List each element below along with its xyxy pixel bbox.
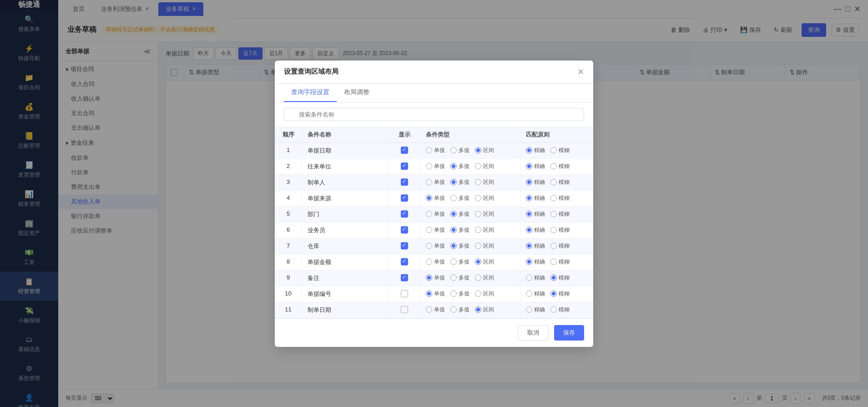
- radio-range-7[interactable]: 区间: [475, 258, 494, 266]
- radio-single-8[interactable]: 单值: [426, 274, 445, 282]
- radio-multi-circle-4: [450, 211, 457, 217]
- radio-single-5[interactable]: 单值: [426, 226, 445, 234]
- radio-exact-4[interactable]: 精确: [526, 210, 545, 218]
- radio-single-0[interactable]: 单值: [426, 147, 445, 154]
- radio-exact-7[interactable]: 精确: [526, 258, 545, 266]
- radio-single-7[interactable]: 单值: [426, 258, 445, 266]
- radio-fuzzy-9[interactable]: 模糊: [550, 290, 570, 298]
- table-row: 6业务员 单值 多值 区间 精确 模糊: [275, 223, 593, 239]
- radio-single-4[interactable]: 单值: [426, 210, 445, 218]
- radio-exact-8[interactable]: 精确: [526, 274, 545, 282]
- radio-range-circle-4: [475, 211, 481, 217]
- row-show-3: [389, 191, 420, 206]
- radio-range-2[interactable]: 区间: [475, 178, 494, 186]
- radio-exact-1[interactable]: 精确: [526, 163, 545, 170]
- cancel-button[interactable]: 取消: [518, 325, 549, 341]
- table-row: 7仓库 单值 多值 区间 精确 模糊: [275, 239, 593, 254]
- row-match-7: 精确 模糊: [520, 254, 593, 270]
- radio-multi-circle-7: [450, 259, 457, 265]
- dialog-tab-layout_adjust[interactable]: 布局调整: [337, 84, 377, 102]
- radio-exact-10[interactable]: 精确: [526, 306, 545, 314]
- radio-exact-6[interactable]: 精确: [526, 242, 545, 250]
- radio-range-1[interactable]: 区间: [475, 163, 494, 170]
- show-checkbox-1[interactable]: [401, 163, 408, 170]
- radio-single-9[interactable]: 单值: [426, 290, 445, 298]
- radio-multi-6[interactable]: 多值: [450, 242, 469, 250]
- radio-fuzzy-circle-4: [550, 211, 557, 217]
- show-checkbox-0[interactable]: [401, 147, 408, 154]
- radio-multi-7[interactable]: 多值: [450, 258, 469, 266]
- radio-single-2[interactable]: 单值: [426, 178, 445, 186]
- radio-fuzzy-10[interactable]: 模糊: [550, 306, 570, 314]
- radio-range-3[interactable]: 区间: [475, 194, 494, 202]
- radio-multi-1[interactable]: 多值: [450, 163, 469, 170]
- radio-fuzzy-6[interactable]: 模糊: [550, 242, 570, 250]
- radio-exact-0[interactable]: 精确: [526, 147, 545, 154]
- radio-exact-2[interactable]: 精确: [526, 178, 545, 186]
- show-checkbox-8[interactable]: [401, 274, 408, 281]
- radio-multi-circle-0: [450, 147, 457, 153]
- radio-exact-5[interactable]: 精确: [526, 226, 545, 234]
- radio-fuzzy-3[interactable]: 模糊: [550, 194, 570, 202]
- radio-range-4[interactable]: 区间: [475, 210, 494, 218]
- row-type-0: 单值 多值 区间: [420, 143, 520, 158]
- radio-range-8[interactable]: 区间: [475, 274, 494, 282]
- show-checkbox-2[interactable]: [401, 178, 408, 186]
- radio-multi-2[interactable]: 多值: [450, 178, 469, 186]
- dialog-close-icon[interactable]: ✕: [577, 67, 584, 77]
- radio-single-10[interactable]: 单值: [426, 306, 445, 314]
- row-seq-8: 9: [275, 270, 302, 286]
- radio-exact-circle-7: [526, 259, 532, 265]
- radio-range-5[interactable]: 区间: [475, 226, 494, 234]
- dialog-tab-field_settings[interactable]: 查询字段设置: [284, 84, 337, 102]
- dialog-search-input[interactable]: [284, 108, 584, 121]
- row-seq-3: 4: [275, 191, 302, 206]
- row-name-9: 单据编号: [302, 286, 389, 302]
- show-checkbox-4[interactable]: [401, 210, 408, 218]
- radio-multi-9[interactable]: 多值: [450, 290, 469, 298]
- radio-multi-0[interactable]: 多值: [450, 147, 469, 154]
- radio-fuzzy-circle-10: [550, 306, 557, 313]
- radio-multi-5[interactable]: 多值: [450, 226, 469, 234]
- radio-exact-3[interactable]: 精确: [526, 194, 545, 202]
- radio-fuzzy-4[interactable]: 模糊: [550, 210, 570, 218]
- show-checkbox-10[interactable]: [401, 306, 408, 313]
- radio-range-circle-0: [475, 147, 481, 153]
- radio-multi-10[interactable]: 多值: [450, 306, 469, 314]
- radio-fuzzy-0[interactable]: 模糊: [550, 147, 570, 154]
- radio-range-6[interactable]: 区间: [475, 242, 494, 250]
- radio-range-circle-1: [475, 163, 481, 169]
- show-checkbox-5[interactable]: [401, 226, 408, 234]
- radio-fuzzy-2[interactable]: 模糊: [550, 178, 570, 186]
- show-checkbox-3[interactable]: [401, 194, 408, 202]
- row-seq-7: 8: [275, 254, 302, 270]
- radio-range-0[interactable]: 区间: [475, 147, 494, 154]
- radio-multi-3[interactable]: 多值: [450, 194, 469, 202]
- radio-range-10[interactable]: 区间: [475, 306, 494, 314]
- radio-exact-circle-3: [526, 195, 532, 201]
- show-checkbox-7[interactable]: [401, 258, 408, 265]
- row-type-8: 单值 多值 区间: [420, 270, 520, 286]
- radio-fuzzy-7[interactable]: 模糊: [550, 258, 570, 266]
- dialog-footer: 取消 保存: [275, 318, 593, 347]
- radio-single-circle-7: [426, 259, 432, 265]
- radio-fuzzy-8[interactable]: 模糊: [550, 274, 570, 282]
- radio-fuzzy-5[interactable]: 模糊: [550, 226, 570, 234]
- table-row: 10单据编号 单值 多值 区间 精确 模糊: [275, 286, 593, 302]
- radio-single-6[interactable]: 单值: [426, 242, 445, 250]
- radio-exact-circle-8: [526, 275, 532, 281]
- radio-multi-circle-10: [450, 306, 457, 313]
- radio-single-3[interactable]: 单值: [426, 194, 445, 202]
- radio-range-9[interactable]: 区间: [475, 290, 494, 298]
- radio-fuzzy-circle-1: [550, 163, 557, 169]
- radio-exact-circle-2: [526, 179, 532, 185]
- save-confirm-button[interactable]: 保存: [554, 325, 584, 341]
- radio-exact-9[interactable]: 精确: [526, 290, 545, 298]
- show-checkbox-6[interactable]: [401, 242, 408, 249]
- radio-single-circle-1: [426, 163, 432, 169]
- radio-fuzzy-1[interactable]: 模糊: [550, 163, 570, 170]
- radio-multi-4[interactable]: 多值: [450, 210, 469, 218]
- radio-multi-8[interactable]: 多值: [450, 274, 469, 282]
- show-checkbox-9[interactable]: [401, 290, 408, 297]
- radio-single-1[interactable]: 单值: [426, 163, 445, 170]
